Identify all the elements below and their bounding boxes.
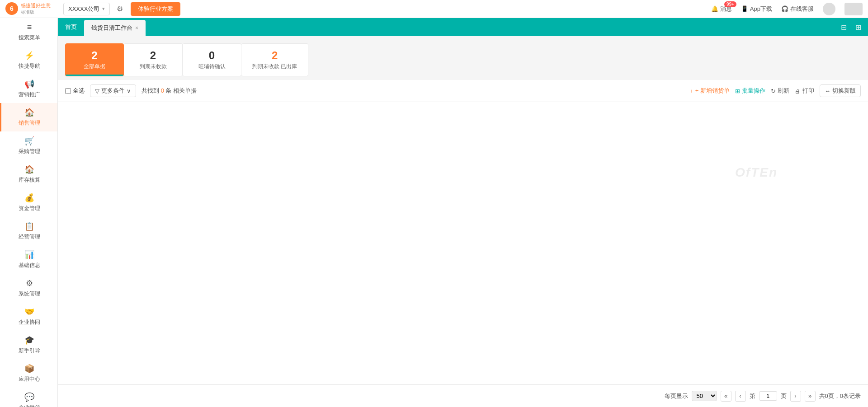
company-selector[interactable]: XXXXX公司 ▾: [63, 3, 110, 15]
user-menu[interactable]: [844, 3, 863, 15]
prev-page-button[interactable]: ‹: [735, 391, 746, 402]
system-icon: ⚙: [26, 278, 33, 288]
weixin-icon: 💬: [24, 392, 34, 402]
print-icon: 🖨: [795, 88, 801, 94]
new-btn-label: + 新增销货单: [695, 87, 730, 95]
sidebar-item-weixin[interactable]: 💬 企业微信: [0, 388, 57, 407]
sidebar-label-marketing: 营销推广: [19, 91, 40, 98]
sales-icon: 🏠: [24, 108, 34, 117]
logo-name: 畅捷通好生意: [21, 2, 51, 9]
count-text: 共找到 0 条 相关单据: [142, 87, 197, 95]
sidebar-item-quick-nav[interactable]: ⚡ 快捷导航: [0, 46, 57, 75]
home-tab[interactable]: 首页: [58, 18, 84, 36]
switch-new-version-button[interactable]: ↔ 切换新版: [820, 84, 861, 97]
last-page-icon: »: [808, 393, 811, 399]
next-page-icon: ›: [794, 393, 796, 399]
filter-icon: ▽: [95, 88, 99, 94]
settings-icon[interactable]: ⚙: [113, 3, 126, 15]
sidebar-item-search-menu[interactable]: ≡ 搜索菜单: [0, 18, 57, 46]
guide-icon: 🎓: [24, 335, 34, 345]
next-page-button[interactable]: ›: [790, 391, 801, 402]
workbench-tab[interactable]: 钱货日清工作台 ×: [84, 20, 146, 36]
switch-label: 切换新版: [832, 87, 856, 95]
service-icon: 🎧: [781, 5, 788, 12]
search-menu-icon: ≡: [27, 23, 32, 32]
workbench-tab-label: 钱货日清工作台: [91, 24, 132, 32]
stat-overdue[interactable]: 2 到期未收款: [124, 43, 183, 76]
sidebar-label-system: 系统管理: [19, 290, 40, 298]
page-label: 第: [750, 392, 755, 400]
select-all-checkbox-group: 全选: [65, 87, 85, 95]
refresh-icon: ↻: [771, 88, 776, 94]
pagination-bar: 每页显示 50 100 200 « ‹ 第 页 ›: [58, 384, 868, 407]
sidebar-label-operations: 经营管理: [19, 233, 40, 241]
sidebar-label-quick-nav: 快捷导航: [19, 62, 40, 70]
header-right: 🔔 消息 99+ 📱 App下载 🎧 在线客服: [711, 3, 863, 15]
count-prefix: 共找到: [142, 87, 159, 94]
stat-overdue-shipped[interactable]: 2 到期未收款 已出库: [241, 43, 308, 76]
tab-bar-actions: ⊟ ⊞: [838, 22, 868, 33]
page-content: 2 全部单据 2 到期未收款 0 旺辅待确认 2 到期未收款 已出库: [58, 36, 868, 407]
batch-label: 批量操作: [742, 87, 765, 95]
switch-icon: ↔: [825, 88, 830, 94]
sidebar-item-purchase[interactable]: 🛒 采购管理: [0, 131, 57, 160]
stat-overdue-shipped-label: 到期未收款 已出库: [252, 63, 297, 70]
sidebar-label-weixin: 企业微信: [19, 404, 40, 407]
stat-wangpu[interactable]: 0 旺辅待确认: [183, 43, 241, 76]
logo-area: 6 畅捷通好生意 标准版: [5, 2, 63, 15]
sidebar-label-guide: 新手引导: [19, 347, 40, 355]
filter-button[interactable]: ▽ 更多条件 ∨: [90, 84, 136, 97]
sidebar-item-basic-info[interactable]: 📊 基础信息: [0, 245, 57, 274]
purchase-icon: 🛒: [24, 136, 34, 146]
batch-operation-button[interactable]: ⊞ 批量操作: [735, 87, 765, 95]
batch-icon: ⊞: [735, 88, 740, 94]
sidebar: ≡ 搜索菜单 ⚡ 快捷导航 📢 营销推广 🏠 销售管理 🛒 采购管理 🏠 库存核…: [0, 18, 58, 407]
sidebar-label-finance: 资金管理: [19, 205, 40, 212]
count-value: 0: [161, 87, 164, 94]
tab-maximize-icon[interactable]: ⊞: [853, 22, 863, 33]
online-service-btn[interactable]: 🎧 在线客服: [781, 5, 814, 13]
app-download-label: App下载: [750, 5, 772, 13]
per-page-select[interactable]: 50 100 200: [692, 391, 717, 401]
total-records-label: 共0页，0条记录: [819, 392, 861, 400]
top-header: 6 畅捷通好生意 标准版 XXXXX公司 ▾ ⚙ 体验行业方案 🔔 消息 99+…: [0, 0, 868, 18]
stats-row: 2 全部单据 2 到期未收款 0 旺辅待确认 2 到期未收款 已出库: [58, 36, 868, 80]
refresh-button[interactable]: ↻ 刷新: [771, 87, 789, 95]
sidebar-label-sales: 销售管理: [19, 119, 40, 127]
sidebar-item-operations[interactable]: 📋 经营管理: [0, 217, 57, 245]
page-input[interactable]: [759, 391, 777, 401]
sidebar-item-app-center[interactable]: 📦 应用中心: [0, 359, 57, 388]
print-button[interactable]: 🖨 打印: [795, 87, 814, 95]
app-center-icon: 📦: [24, 364, 34, 374]
tab-minimize-icon[interactable]: ⊟: [838, 22, 849, 33]
company-name: XXXXX公司: [68, 5, 99, 13]
sidebar-item-sales[interactable]: 🏠 销售管理: [0, 103, 57, 131]
sidebar-item-finance[interactable]: 💰 资金管理: [0, 188, 57, 217]
operations-icon: 📋: [24, 221, 34, 231]
toolbar: 全选 ▽ 更多条件 ∨ 共找到 0 条 相关单据 + + 新增销货单: [58, 80, 868, 102]
avatar[interactable]: [823, 3, 835, 15]
select-all-checkbox[interactable]: [65, 88, 71, 94]
sidebar-item-guide[interactable]: 🎓 新手引导: [0, 331, 57, 359]
inventory-icon: 🏠: [24, 164, 34, 174]
app-download-btn[interactable]: 📱 App下载: [741, 5, 772, 13]
messages-btn[interactable]: 🔔 消息 99+: [711, 5, 732, 13]
dropdown-arrow-icon: ▾: [102, 6, 105, 12]
stat-all[interactable]: 2 全部单据: [65, 43, 124, 76]
sidebar-item-inventory[interactable]: 🏠 库存核算: [0, 160, 57, 188]
new-sales-order-button[interactable]: + + 新增销货单: [690, 87, 730, 95]
tab-close-icon[interactable]: ×: [135, 25, 138, 31]
count-suffix: 相关单据: [173, 87, 197, 94]
sidebar-item-enterprise[interactable]: 🤝 企业协同: [0, 302, 57, 331]
sidebar-item-system[interactable]: ⚙ 系统管理: [0, 274, 57, 302]
first-page-button[interactable]: «: [721, 391, 731, 402]
experience-button[interactable]: 体验行业方案: [131, 2, 180, 16]
filter-arrow-icon: ∨: [127, 88, 131, 94]
plus-icon: +: [690, 88, 693, 94]
sidebar-item-marketing[interactable]: 📢 营销推广: [0, 75, 57, 103]
per-page-label: 每页显示: [665, 392, 688, 400]
sidebar-label-inventory: 库存核算: [19, 176, 40, 184]
watermark-text: OfTEn: [735, 165, 778, 180]
stat-overdue-count: 2: [150, 49, 156, 62]
last-page-button[interactable]: »: [805, 391, 816, 402]
